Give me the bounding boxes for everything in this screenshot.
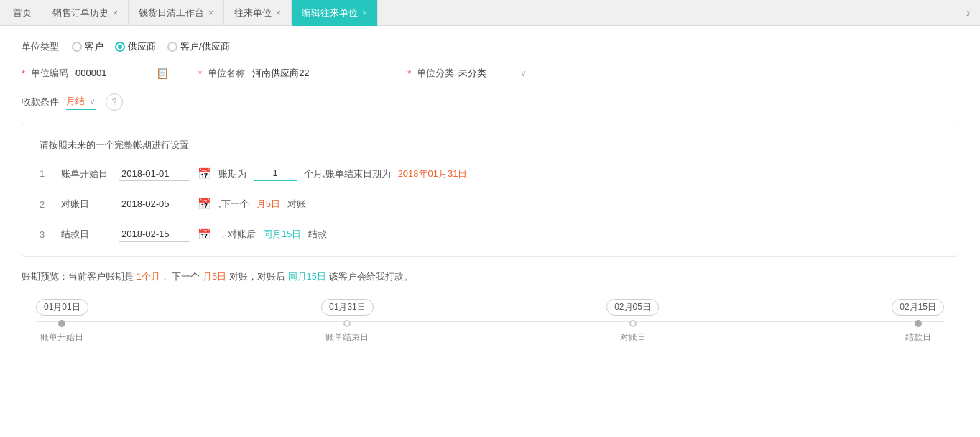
required-star: * xyxy=(407,68,411,79)
chevron-down-icon: ∨ xyxy=(520,68,527,78)
unit-name-input[interactable] xyxy=(249,66,379,80)
period-num-3: 3 xyxy=(40,229,54,240)
timeline-badge-2: 01月31日 xyxy=(321,299,374,316)
payment-terms-field[interactable]: 月结 ∨ xyxy=(66,95,96,110)
tab-more-button[interactable]: › xyxy=(959,6,977,19)
period-date-2[interactable] xyxy=(119,197,190,211)
timeline-dot-1 xyxy=(58,320,65,327)
close-icon[interactable]: × xyxy=(208,8,213,18)
radio-circle-customer xyxy=(72,42,82,52)
timeline-point-3: 02月05日 对账日 xyxy=(606,299,659,344)
radio-circle-both xyxy=(167,42,177,52)
unit-name-group: * 单位名称 xyxy=(198,66,379,80)
unit-type-radio-group: 客户 供应商 客户/供应商 xyxy=(72,40,230,53)
preview-teal: 同月15日 xyxy=(288,271,326,282)
unit-category-dropdown[interactable]: 未分类 ∨ xyxy=(458,67,527,80)
required-star: * xyxy=(22,68,25,79)
unit-fields-row: * 单位编码 📋 * 单位名称 * 单位分类 未分类 ∨ xyxy=(22,66,958,80)
radio-circle-supplier xyxy=(115,42,125,52)
timeline-point-2: 01月31日 账单结束日 xyxy=(321,299,374,344)
period-reconcile-highlight: 月5日 xyxy=(256,198,280,211)
tab-contacts[interactable]: 往来单位 × xyxy=(224,0,292,26)
period-label-1: 账单开始日 xyxy=(61,167,111,180)
payment-terms-value: 月结 xyxy=(66,95,85,108)
unit-category-label: 单位分类 xyxy=(417,67,454,80)
radio-both[interactable]: 客户/供应商 xyxy=(167,40,230,53)
preview-orange-2: 月5日 xyxy=(203,271,226,282)
period-text-3b: 结款 xyxy=(308,228,327,241)
calendar-icon-2[interactable]: 📅 xyxy=(198,198,211,211)
period-date-1[interactable] xyxy=(119,167,190,181)
unit-type-row: 单位类型 客户 供应商 客户/供应商 xyxy=(22,40,958,53)
timeline-dot-3 xyxy=(629,320,637,327)
unit-category-value: 未分类 xyxy=(458,67,516,80)
timeline-badge-3: 02月05日 xyxy=(606,299,659,316)
timeline-badge-1: 01月01日 xyxy=(36,299,88,316)
period-num-2: 2 xyxy=(40,199,54,210)
required-star: * xyxy=(198,68,202,79)
close-icon[interactable]: × xyxy=(276,8,281,18)
period-text-2a: ,下一个 xyxy=(218,198,249,211)
period-text-1b: 个月,账单结束日期为 xyxy=(304,167,391,180)
tab-cash-work[interactable]: 钱货日清工作台 × xyxy=(129,0,224,26)
timeline-label-1: 账单开始日 xyxy=(40,331,83,344)
period-months-input[interactable] xyxy=(254,166,297,181)
unit-code-group: * 单位编码 📋 xyxy=(22,66,170,80)
main-content: 单位类型 客户 供应商 客户/供应商 * 单位编码 📋 * 单位名称 xyxy=(0,26,980,437)
chevron-down-icon: ∨ xyxy=(89,96,96,106)
period-end-date: 2018年01月31日 xyxy=(398,167,468,180)
period-row-1: 1 账单开始日 📅 账期为 个月,账单结束日期为 2018年01月31日 xyxy=(40,166,940,181)
timeline-dot-2 xyxy=(343,320,351,327)
period-box: 请按照未来的一个完整帐期进行设置 1 账单开始日 📅 账期为 个月,账单结束日期… xyxy=(22,124,958,257)
close-icon[interactable]: × xyxy=(113,8,118,18)
timeline-badge-4: 02月15日 xyxy=(892,299,944,316)
timeline-label-4: 结款日 xyxy=(905,331,931,344)
timeline-points: 01月01日 账单开始日 01月31日 账单结束日 02月05日 对账日 02月… xyxy=(36,299,944,344)
period-payment-highlight: 同月15日 xyxy=(263,228,301,241)
period-num-1: 1 xyxy=(40,168,54,179)
radio-customer[interactable]: 客户 xyxy=(72,40,103,53)
unit-name-label: 单位名称 xyxy=(208,67,245,80)
timeline-label-2: 账单结束日 xyxy=(325,331,369,344)
timeline-dot-4 xyxy=(915,320,922,327)
timeline-label-3: 对账日 xyxy=(620,331,646,344)
unit-type-label: 单位类型 xyxy=(22,40,59,53)
help-icon[interactable]: ? xyxy=(106,93,123,111)
period-text-2b: 对账 xyxy=(287,198,306,211)
period-label-2: 对账日 xyxy=(61,198,111,211)
preview-text: 账期预览：当前客户账期是 1个月， 下一个 月5日 对账，对账后 同月15日 该… xyxy=(22,268,958,285)
tab-home[interactable]: 首页 xyxy=(3,0,42,26)
timeline: 01月01日 账单开始日 01月31日 账单结束日 02月05日 对账日 02月… xyxy=(22,299,958,344)
payment-terms-label: 收款条件 xyxy=(22,96,59,109)
calendar-icon-3[interactable]: 📅 xyxy=(198,228,211,241)
radio-supplier[interactable]: 供应商 xyxy=(115,40,156,53)
calendar-icon-1[interactable]: 📅 xyxy=(198,167,211,180)
unit-category-group: * 单位分类 未分类 ∨ xyxy=(407,67,527,80)
payment-terms-row: 收款条件 月结 ∨ ? xyxy=(22,93,958,111)
period-title: 请按照未来的一个完整帐期进行设置 xyxy=(40,139,940,152)
unit-code-input[interactable] xyxy=(73,66,152,80)
tab-bar: 首页 销售订单历史 × 钱货日清工作台 × 往来单位 × 编辑往来单位 × › xyxy=(0,0,980,26)
period-row-2: 2 对账日 📅 ,下一个 月5日 对账 xyxy=(40,197,940,211)
copy-icon[interactable]: 📋 xyxy=(156,67,170,80)
tab-sales-history[interactable]: 销售订单历史 × xyxy=(42,0,129,26)
period-row-3: 3 结款日 📅 ，对账后 同月15日 结款 xyxy=(40,227,940,242)
unit-code-label: 单位编码 xyxy=(31,67,68,80)
period-text-1a: 账期为 xyxy=(218,167,246,180)
timeline-point-4: 02月15日 结款日 xyxy=(892,299,944,344)
period-label-3: 结款日 xyxy=(61,228,111,241)
timeline-point-1: 01月01日 账单开始日 xyxy=(36,299,88,344)
period-text-3a: ，对账后 xyxy=(218,228,256,241)
period-date-3[interactable] xyxy=(119,227,190,242)
close-icon[interactable]: × xyxy=(362,8,367,18)
preview-orange-1: 1个月， xyxy=(137,271,170,282)
tab-edit-contact[interactable]: 编辑往来单位 × xyxy=(292,0,378,26)
